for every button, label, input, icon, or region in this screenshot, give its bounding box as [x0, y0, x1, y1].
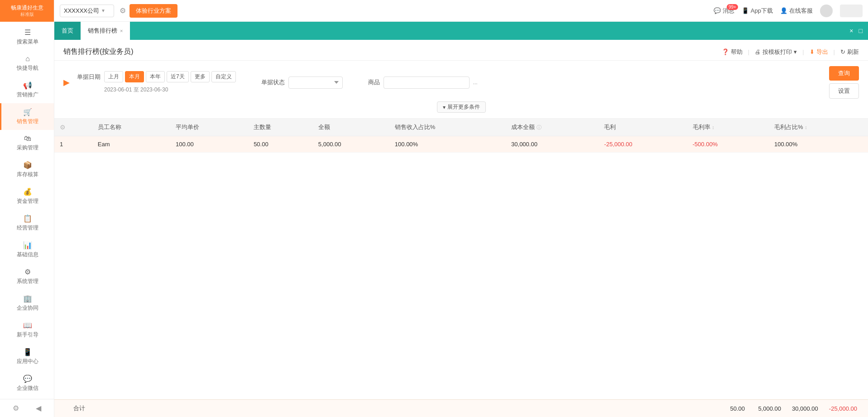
footer-cost: 30,000.00	[786, 405, 824, 412]
tab-close-icon[interactable]: ×	[120, 28, 123, 34]
col-header-sales_ratio: 销售收入占比%	[389, 119, 506, 136]
col-sort-icon[interactable]: ↕	[805, 125, 807, 130]
cell-0-gross: -25,000.00	[599, 136, 687, 153]
tab-home-label: 首页	[62, 27, 73, 35]
status-select[interactable]	[288, 77, 343, 89]
footer-gross: -25,000.00	[824, 405, 863, 412]
trial-button[interactable]: 体验行业方案	[129, 4, 177, 18]
settings-button[interactable]: 设置	[829, 83, 859, 99]
status-label: 单据状态	[261, 78, 285, 86]
col-sort-icon[interactable]: ↕	[712, 125, 715, 130]
service-icon: 👤	[780, 7, 787, 14]
tab-minimize-icon[interactable]: ×	[849, 27, 853, 34]
filter-row: ▶ 单据日期 上月本月本年近7天更多自定义 2023-06-01 至 2023-…	[63, 66, 859, 99]
sidebar-icon-app-center: 📱	[23, 348, 32, 356]
sidebar-item-operation[interactable]: 📋经营管理	[0, 210, 54, 236]
app-download-item[interactable]: 📱 App下载	[742, 7, 773, 15]
message-item[interactable]: 💬 消息 99+	[714, 7, 734, 15]
export-icon: ⬇	[810, 48, 815, 55]
app-icon: 📱	[742, 7, 749, 14]
avatar[interactable]	[820, 5, 833, 17]
app-label: App下载	[751, 7, 773, 15]
filter-collapse-icon[interactable]: ▶	[63, 77, 70, 87]
status-filter: 单据状态	[261, 77, 343, 89]
more-link[interactable]: ...	[473, 79, 478, 86]
message-icon: 💬	[714, 7, 721, 14]
sidebar-item-basic-info[interactable]: 📊基础信息	[0, 236, 54, 263]
sidebar-item-enterprise[interactable]: 🏢企业协同	[0, 290, 54, 316]
print-chevron-icon: ▾	[794, 48, 797, 55]
date-btn-上月[interactable]: 上月	[104, 71, 123, 82]
date-range: 2023-06-01 至 2023-06-30	[77, 86, 236, 94]
expand-button[interactable]: ▾ 展开更多条件	[437, 101, 486, 113]
sidebar-icon-finance: 💰	[23, 187, 32, 196]
sidebar-icon-operation: 📋	[23, 214, 32, 223]
date-label: 单据日期	[77, 73, 101, 81]
tab-sales-rank-label: 销售排行榜	[88, 27, 117, 35]
goods-input[interactable]	[384, 77, 470, 89]
logo-line2: 标准版	[11, 11, 43, 18]
sidebar-label-purchase: 采购管理	[17, 144, 38, 152]
help-icon: ❓	[722, 48, 729, 55]
page: 销售排行榜(按业务员) ❓ 帮助 | 🖨 按模板打印 ▾ | ⬇	[54, 40, 868, 417]
sidebar-label-enterprise: 企业协同	[17, 304, 38, 312]
sidebar-logo: 畅康通好生意 标准版	[0, 0, 54, 22]
tab-home[interactable]: 首页	[54, 22, 81, 40]
footer-quantity: 50.00	[714, 405, 750, 412]
service-item[interactable]: 👤 在线客服	[780, 7, 813, 15]
sidebar-label-quick-nav: 快捷导航	[17, 64, 38, 72]
export-label: 导出	[816, 48, 828, 56]
print-button[interactable]: 🖨 按模板打印 ▾	[755, 48, 797, 56]
footer-label: 合计	[60, 404, 85, 412]
sidebar-item-inventory[interactable]: 📦库存核算	[0, 156, 54, 183]
sidebar-item-guide[interactable]: 📖新手引导	[0, 316, 54, 343]
date-btn-自定义[interactable]: 自定义	[211, 71, 236, 82]
col-header-rank: ⚙	[54, 119, 92, 136]
goods-filter: 商品 ...	[368, 77, 478, 89]
sidebar-item-quick-nav[interactable]: ⌂快捷导航	[0, 50, 54, 77]
col-header-gross_ratio: 毛利占比% ↕	[769, 119, 868, 136]
date-btn-本月[interactable]: 本月	[125, 71, 144, 82]
query-button[interactable]: 查询	[829, 66, 859, 81]
sidebar-collapse-icon[interactable]: ◀	[36, 404, 41, 412]
sidebar-item-sales[interactable]: 🛒销售管理	[0, 103, 54, 130]
sidebar-label-inventory: 库存核算	[17, 171, 38, 178]
sidebar-item-wechat[interactable]: 💬企业微信	[0, 370, 54, 397]
refresh-label: 刷新	[847, 48, 859, 56]
tab-maximize-icon[interactable]: □	[859, 27, 863, 34]
sidebar-label-wechat: 企业微信	[17, 384, 38, 392]
cell-0-gross_rate: -500.00%	[687, 136, 769, 153]
topbar: XXXXXX公司 ▼ ⚙ 体验行业方案 💬 消息 99+ 📱 App下载 👤 在…	[54, 0, 868, 22]
gear-icon[interactable]: ⚙	[120, 6, 126, 15]
sidebar-icon-marketing: 📢	[23, 81, 32, 90]
date-btn-本年[interactable]: 本年	[146, 71, 165, 82]
divider1: |	[748, 48, 749, 55]
help-label: 帮助	[731, 48, 743, 56]
help-button[interactable]: ❓ 帮助	[722, 48, 743, 56]
divider2: |	[802, 48, 804, 55]
date-btn-更多[interactable]: 更多	[191, 71, 210, 82]
sidebar-label-search-order: 搜索菜单	[17, 38, 38, 46]
table-settings-icon[interactable]: ⚙	[60, 124, 66, 131]
sidebar-label-guide: 新手引导	[17, 331, 38, 339]
tab-sales-rank[interactable]: 销售排行榜 ×	[81, 22, 130, 40]
cell-0-rank: 1	[54, 136, 92, 153]
cell-0-cost: 30,000.00	[506, 136, 599, 153]
sidebar-item-search-order[interactable]: ☰搜索菜单	[0, 24, 54, 50]
sidebar-item-marketing[interactable]: 📢营销推广	[0, 77, 54, 103]
sidebar-icon-guide: 📖	[23, 321, 32, 330]
cell-0-sales_ratio: 100.00%	[389, 136, 506, 153]
company-selector[interactable]: XXXXXX公司 ▼	[60, 5, 114, 17]
sidebar-settings-icon[interactable]: ⚙	[13, 404, 19, 412]
table-footer: 合计 50.00 5,000.00 30,000.00 -25,000.00	[54, 399, 868, 417]
refresh-button[interactable]: ↻ 刷新	[840, 48, 859, 56]
sidebar-icon-search-order: ☰	[24, 28, 31, 37]
sidebar-item-finance[interactable]: 💰资金管理	[0, 183, 54, 210]
date-btn-近7天[interactable]: 近7天	[167, 71, 189, 82]
export-button[interactable]: ⬇ 导出	[810, 48, 828, 56]
sidebar-item-system[interactable]: ⚙系统管理	[0, 263, 54, 290]
cell-0-amount: 5,000.00	[313, 136, 389, 153]
col-header-gross: 毛利	[599, 119, 687, 136]
sidebar-item-app-center[interactable]: 📱应用中心	[0, 343, 54, 370]
sidebar-item-purchase[interactable]: 🛍采购管理	[0, 130, 54, 156]
